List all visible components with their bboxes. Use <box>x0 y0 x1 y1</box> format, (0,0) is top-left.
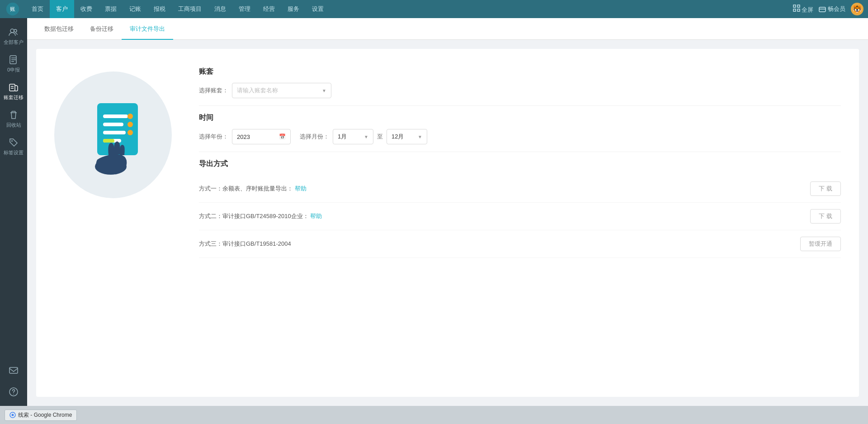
svg-point-17 <box>11 140 13 142</box>
export-method-1-help-link[interactable]: 帮助 <box>295 185 307 192</box>
top-navigation: 账 首页 客户 收费 票据 记账 报税 工商项目 消息 管理 经营 服务 设置 … <box>0 0 868 18</box>
nav-customer[interactable]: 客户 <box>50 0 74 18</box>
sidebar: 全部客户 0申报 账套迁移 <box>0 18 27 406</box>
month-label: 选择月份： <box>300 133 329 141</box>
sidebar-label-zero-filing: 0申报 <box>7 67 20 73</box>
nav-bookkeeping[interactable]: 记账 <box>123 0 147 18</box>
chevron-down-icon-month: ▼ <box>364 134 368 139</box>
main-layout: 全部客户 0申报 账套迁移 <box>0 18 868 406</box>
sidebar-item-tag-settings[interactable]: 标签设置 <box>0 133 27 161</box>
separator-1 <box>199 105 841 106</box>
tab-data-migration[interactable]: 数据包迁移 <box>36 19 82 40</box>
section-export-title: 导出方式 <box>199 159 841 169</box>
svg-rect-23 <box>103 123 123 126</box>
user-avatar[interactable]: 🐯 <box>851 3 863 15</box>
sidebar-item-recycle[interactable]: 回收站 <box>0 105 27 133</box>
svg-rect-4 <box>793 9 796 11</box>
svg-point-20 <box>13 394 14 395</box>
fullscreen-label: 全屏 <box>802 6 813 13</box>
export-method-2: 方式二：审计接口GB/T24589-2010企业： 帮助 下 载 <box>199 203 841 230</box>
svg-text:账: 账 <box>10 6 15 12</box>
to-label: 至 <box>377 133 383 141</box>
taskbar-item-label: 线索 - Google Chrome <box>18 411 72 419</box>
export-method-1-download-button[interactable]: 下 载 <box>810 181 841 196</box>
month-start-value: 1月 <box>338 133 347 141</box>
time-row: 选择年份： 2023 📅 选择月份： 1月 ▼ 至 1 <box>199 129 841 144</box>
nav-business[interactable]: 工商项目 <box>172 0 208 18</box>
nav-items: 首页 客户 收费 票据 记账 报税 工商项目 消息 管理 经营 服务 设置 <box>25 0 793 18</box>
svg-rect-18 <box>9 367 18 373</box>
month-end-value: 12月 <box>392 133 404 141</box>
nav-right: 全屏 畅会员 🐯 <box>793 3 863 15</box>
form-section: 账套 选择账套： 请输入账套名称 ▼ 时间 选择年份： <box>199 62 841 258</box>
svg-point-27 <box>127 122 133 127</box>
nav-service[interactable]: 服务 <box>281 0 306 18</box>
export-method-2-help-link[interactable]: 帮助 <box>310 213 322 219</box>
taskbar: 线索 - Google Chrome <box>0 406 868 424</box>
sidebar-bottom <box>6 361 21 406</box>
svg-point-32 <box>12 414 14 416</box>
export-method-3-vip-button[interactable]: 暂缓开通 <box>800 237 841 251</box>
chrome-icon <box>9 412 16 418</box>
member-button[interactable]: 畅会员 <box>819 5 845 13</box>
tab-backup-migration[interactable]: 备份迁移 <box>82 19 122 40</box>
export-method-1-text: 方式一：余额表、序时账批量导出： 帮助 <box>199 185 810 193</box>
nav-operation[interactable]: 经营 <box>257 0 281 18</box>
month-start-select[interactable]: 1月 ▼ <box>333 129 373 144</box>
svg-rect-14 <box>9 84 15 91</box>
sidebar-item-all-customers[interactable]: 全部客户 <box>0 23 27 50</box>
account-migration-icon <box>9 82 19 92</box>
nav-tax[interactable]: 报税 <box>147 0 172 18</box>
nav-billing[interactable]: 收费 <box>74 0 99 18</box>
help-icon <box>9 387 19 397</box>
section-time-title: 时间 <box>199 113 841 123</box>
zero-filing-icon <box>9 55 19 65</box>
svg-rect-24 <box>103 131 126 134</box>
account-label: 选择账套： <box>199 86 228 95</box>
taskbar-chrome-item[interactable]: 线索 - Google Chrome <box>5 410 77 421</box>
year-label: 选择年份： <box>199 133 228 141</box>
illustration <box>54 71 172 198</box>
svg-rect-6 <box>819 7 826 12</box>
sidebar-label-all-customers: 全部客户 <box>4 39 24 46</box>
export-method-3: 方式三：审计接口GB/T19581-2004 暂缓开通 <box>199 230 841 258</box>
sidebar-label-account-migration: 账套迁移 <box>4 94 24 101</box>
svg-point-9 <box>14 29 17 32</box>
svg-rect-2 <box>793 5 796 7</box>
sidebar-label-tag-settings: 标签设置 <box>4 149 24 156</box>
svg-point-26 <box>127 114 133 119</box>
month-end-select[interactable]: 12月 ▼ <box>387 129 427 144</box>
nav-message[interactable]: 消息 <box>208 0 232 18</box>
page-content: 账套 选择账套： 请输入账套名称 ▼ 时间 选择年份： <box>36 49 859 397</box>
export-method-1-label: 方式一：余额表、序时账批量导出： <box>199 185 293 192</box>
account-select[interactable]: 请输入账套名称 ▼ <box>232 83 331 98</box>
fullscreen-button[interactable]: 全屏 <box>793 5 814 14</box>
export-method-2-text: 方式二：审计接口GB/T24589-2010企业： 帮助 <box>199 212 810 220</box>
app-logo[interactable]: 账 <box>5 1 21 17</box>
export-method-3-text: 方式三：审计接口GB/T19581-2004 <box>199 240 800 248</box>
nav-manage[interactable]: 管理 <box>232 0 257 18</box>
export-method-2-label: 方式二：审计接口GB/T24589-2010企业： <box>199 213 309 219</box>
export-method-3-label: 方式三：审计接口GB/T19581-2004 <box>199 240 291 247</box>
sidebar-item-notification[interactable] <box>6 361 21 380</box>
sidebar-item-help[interactable] <box>6 382 21 401</box>
export-method-1: 方式一：余额表、序时账批量导出： 帮助 下 载 <box>199 175 841 203</box>
svg-rect-29 <box>103 139 114 143</box>
account-row: 选择账套： 请输入账套名称 ▼ <box>199 83 841 98</box>
year-input[interactable]: 2023 📅 <box>232 129 291 144</box>
notification-icon <box>9 366 19 376</box>
year-value: 2023 <box>237 133 250 140</box>
export-method-2-download-button[interactable]: 下 载 <box>810 209 841 224</box>
sidebar-item-zero-filing[interactable]: 0申报 <box>0 50 27 78</box>
nav-invoice[interactable]: 票据 <box>99 0 123 18</box>
content-area: 数据包迁移 备份迁移 审计文件导出 <box>27 18 868 406</box>
tab-bar: 数据包迁移 备份迁移 审计文件导出 <box>27 18 868 40</box>
account-select-placeholder: 请输入账套名称 <box>237 86 278 95</box>
calendar-icon: 📅 <box>279 133 286 140</box>
nav-home[interactable]: 首页 <box>25 0 50 18</box>
sidebar-item-account-migration[interactable]: 账套迁移 <box>0 78 27 105</box>
nav-settings[interactable]: 设置 <box>306 0 330 18</box>
tab-audit-export[interactable]: 审计文件导出 <box>122 19 173 40</box>
svg-rect-3 <box>797 5 800 7</box>
svg-point-28 <box>127 130 133 135</box>
